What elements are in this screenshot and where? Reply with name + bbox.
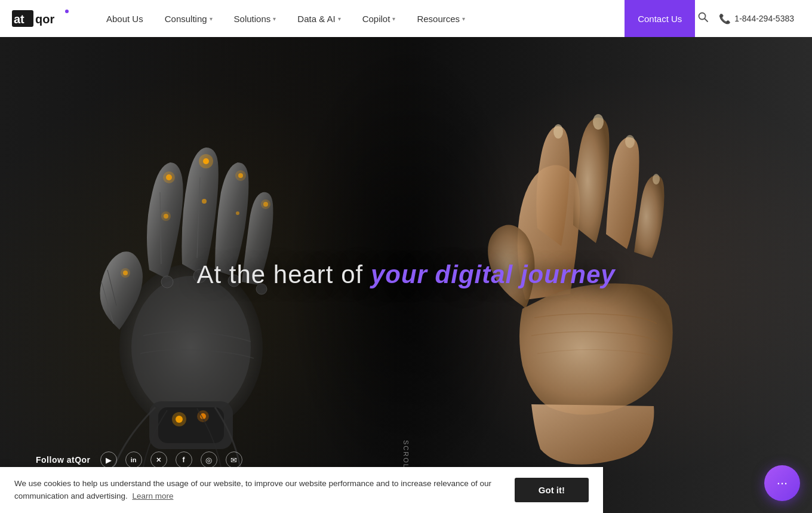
message-icon[interactable]: ✉	[226, 451, 242, 468]
navbar: at qor About Us Consulting ▾ Solutions ▾…	[0, 0, 812, 37]
resources-chevron: ▾	[462, 16, 465, 22]
svg-point-1	[131, 276, 251, 419]
svg-point-33	[653, 174, 660, 185]
svg-point-11	[121, 268, 130, 278]
svg-point-19	[199, 154, 213, 168]
twitter-x-icon[interactable]: ✕	[150, 451, 167, 468]
nav-about-us[interactable]: About Us	[96, 0, 154, 37]
data-ai-chevron: ▾	[338, 16, 341, 22]
svg-text:at: at	[14, 13, 24, 26]
search-icon[interactable]	[695, 9, 712, 29]
solutions-chevron: ▾	[273, 16, 276, 22]
phone-icon: 📞	[719, 13, 731, 24]
nav-solutions[interactable]: Solutions ▾	[223, 0, 287, 37]
svg-point-23	[236, 211, 239, 215]
nav-contact-button[interactable]: Contact Us	[625, 0, 695, 37]
svg-rect-3	[158, 407, 224, 443]
phone-link[interactable]: 📞 1-844-294-5383	[719, 13, 794, 24]
svg-point-5	[172, 412, 186, 426]
svg-text:qor: qor	[35, 13, 54, 26]
human-hand-visual	[406, 49, 812, 467]
chat-icon: ···	[777, 475, 788, 491]
cookie-message: We use cookies to help us understand the…	[14, 478, 503, 502]
nav-links: About Us Consulting ▾ Solutions ▾ Data &…	[96, 0, 625, 37]
nav-copilot[interactable]: Copilot ▾	[352, 0, 407, 37]
hero-highlight: your digital journey	[371, 260, 616, 288]
svg-point-32	[625, 135, 635, 148]
facebook-icon[interactable]: f	[176, 451, 192, 468]
svg-point-20	[202, 199, 207, 204]
linkedin-icon[interactable]: in	[125, 451, 142, 468]
instagram-icon[interactable]: ◎	[201, 451, 217, 468]
svg-point-31	[593, 114, 604, 130]
logo[interactable]: at qor	[12, 8, 72, 29]
got-it-button[interactable]: Got it!	[515, 478, 589, 502]
svg-line-40	[705, 19, 708, 21]
copilot-chevron: ▾	[392, 16, 395, 22]
social-icons-container: ▶ in ✕ f ◎ ✉	[100, 451, 242, 468]
consulting-chevron: ▾	[210, 16, 213, 22]
svg-point-25	[261, 199, 270, 209]
nav-right: 📞 1-844-294-5383	[695, 9, 800, 29]
svg-point-14	[163, 171, 175, 183]
nav-consulting[interactable]: Consulting ▾	[154, 0, 223, 37]
svg-point-26	[161, 276, 173, 288]
nav-resources[interactable]: Resources ▾	[406, 0, 476, 37]
svg-point-38	[65, 10, 69, 13]
svg-point-39	[699, 13, 706, 19]
chat-button[interactable]: ···	[764, 465, 800, 501]
cookie-buttons: Got it!	[515, 478, 589, 502]
nav-data-ai[interactable]: Data & AI ▾	[287, 0, 351, 37]
learn-more-link[interactable]: Learn more	[132, 492, 173, 500]
svg-point-30	[553, 124, 563, 139]
hero-text: At the heart of your digital journey	[196, 260, 615, 289]
hero-section: At the heart of your digital journey Fol…	[0, 0, 812, 513]
follow-label: Follow atQor	[36, 455, 91, 465]
youtube-icon[interactable]: ▶	[100, 451, 117, 468]
hero-prefix: At the heart of	[196, 260, 371, 288]
cookie-banner: We use cookies to help us understand the…	[0, 467, 603, 513]
logo-svg: at qor	[12, 8, 72, 29]
svg-point-22	[235, 170, 246, 181]
follow-bar: Follow atQor ▶ in ✕ f ◎ ✉	[36, 451, 242, 468]
svg-point-16	[161, 211, 171, 221]
